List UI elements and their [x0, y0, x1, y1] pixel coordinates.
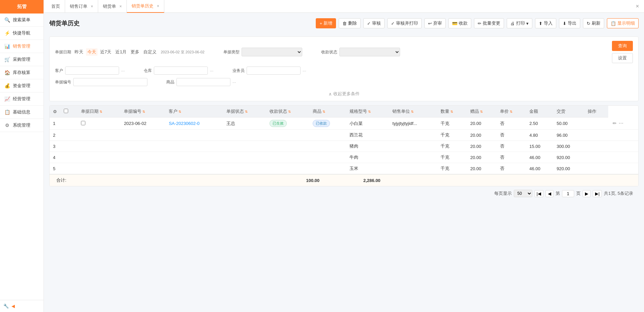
- sidebar-item-inventory[interactable]: 🏠 库存核算: [0, 66, 44, 79]
- payment-status-label: 收款状态: [321, 49, 337, 55]
- receive-button[interactable]: 💳 收款: [448, 18, 471, 28]
- filter-row-3: 单据编号 商品 ···: [55, 78, 633, 86]
- first-page-button[interactable]: |◀: [534, 190, 543, 197]
- col-sales-unit[interactable]: 销售单位 ⇅: [389, 106, 437, 118]
- export-button[interactable]: ⬇ 导出: [559, 18, 580, 28]
- col-checkbox[interactable]: [60, 106, 78, 118]
- per-page-select[interactable]: 50 20 100: [514, 190, 532, 197]
- sidebar-item-operations-mgmt[interactable]: 📈 经营管理: [0, 93, 44, 106]
- new-button[interactable]: + 新增: [316, 18, 336, 28]
- tab-home-label: 首页: [51, 3, 60, 9]
- shortcut-custom[interactable]: 自定义: [142, 48, 158, 56]
- col-unit-price[interactable]: 单价 ⇅: [497, 106, 526, 118]
- product-input[interactable]: [176, 78, 230, 86]
- print-button[interactable]: 🖨 打印 ▾: [507, 18, 532, 28]
- batch-change-button[interactable]: ✏ 批量变更: [474, 18, 504, 28]
- col-spec-type[interactable]: 规格型号 ⇅: [346, 106, 389, 118]
- last-page-button[interactable]: ▶|: [593, 190, 602, 197]
- product-picker-icon[interactable]: ···: [232, 80, 236, 85]
- cell-doc-no: [165, 163, 223, 174]
- payment-status-select[interactable]: [339, 48, 400, 56]
- doc-no-link[interactable]: SA-20230602-0: [169, 121, 199, 126]
- collapse-filter-button[interactable]: ∧ 收起更多条件: [55, 89, 633, 97]
- cell-doc-status: [266, 141, 309, 152]
- col-gift[interactable]: 赠品 ⇅: [467, 106, 497, 118]
- cell-checkbox[interactable]: [78, 163, 121, 174]
- shortcut-7days[interactable]: 近7天: [99, 48, 113, 56]
- shortcut-1month[interactable]: 近1月: [114, 48, 128, 56]
- cell-spec-type: [389, 163, 437, 174]
- cell-settings: [60, 118, 78, 130]
- tab-sales-delivery[interactable]: 销货单 ×: [98, 0, 127, 13]
- filter-settings-button[interactable]: 设置: [612, 53, 633, 63]
- cell-checkbox[interactable]: [78, 130, 121, 141]
- cell-actions: ✏⋯: [608, 118, 638, 130]
- next-page-button[interactable]: ▶: [583, 190, 591, 197]
- sidebar-item-system-mgmt[interactable]: ⚙ 系统管理: [0, 119, 44, 132]
- tab-sales-delivery-close[interactable]: ×: [119, 4, 122, 9]
- col-doc-no[interactable]: 单据编号 ⇅: [120, 106, 165, 118]
- audit-print-button[interactable]: ✓ 审核并打印: [387, 18, 422, 28]
- prev-page-button[interactable]: ◀: [545, 190, 554, 197]
- col-quantity[interactable]: 数量 ⇅: [437, 106, 467, 118]
- sidebar-item-finance-mgmt[interactable]: 💰 资金管理: [0, 79, 44, 93]
- show-detail-button[interactable]: 📋 显示明细: [607, 18, 639, 28]
- sidebar-item-label: 基础信息: [13, 109, 30, 115]
- tab-sales-history[interactable]: 销货单历史 ×: [127, 0, 164, 13]
- tab-sales-history-close[interactable]: ×: [157, 4, 159, 8]
- cell-checkbox[interactable]: [78, 152, 121, 163]
- cell-checkbox[interactable]: [78, 141, 121, 152]
- delete-button[interactable]: 🗑 删除: [339, 18, 361, 28]
- row-checkbox[interactable]: [81, 121, 85, 125]
- collapse-sidebar-icon[interactable]: ◀: [11, 304, 15, 309]
- inventory-icon: 🏠: [4, 70, 10, 76]
- cell-checkbox[interactable]: [78, 118, 121, 130]
- shortcut-more[interactable]: 更多: [129, 48, 141, 56]
- sidebar-item-quick-nav[interactable]: ⚡ 快捷导航: [0, 27, 44, 40]
- warehouse-picker-icon[interactable]: ···: [210, 68, 214, 73]
- doc-type-select[interactable]: [242, 48, 302, 56]
- salesperson-label: 业务员: [232, 68, 245, 74]
- warehouse-input[interactable]: [154, 67, 208, 75]
- doc-no-input[interactable]: [73, 78, 147, 86]
- salesperson-input[interactable]: [247, 67, 301, 75]
- filter-item-payment-status: 收款状态: [321, 48, 400, 56]
- col-customer[interactable]: 客户 ⇅: [165, 106, 223, 118]
- audit-button[interactable]: ✓ 审核: [363, 18, 385, 28]
- cell-settings: [60, 163, 78, 174]
- export-icon: ⬇: [563, 21, 566, 26]
- abandon-button[interactable]: ↩ 弃审: [424, 18, 446, 28]
- customer-picker-icon[interactable]: ···: [121, 68, 125, 73]
- user-settings-icon[interactable]: 🔧: [3, 304, 9, 309]
- tab-sales-order[interactable]: 销售订单 ×: [65, 0, 98, 13]
- shortcut-today[interactable]: 今天: [86, 48, 97, 56]
- col-doc-status[interactable]: 单据状态 ⇅: [223, 106, 266, 118]
- more-action-icon[interactable]: ⋯: [619, 121, 623, 126]
- sidebar-item-search-menu[interactable]: 🔍 搜索菜单: [0, 14, 44, 27]
- purchase-icon: 🛒: [4, 56, 10, 62]
- customer-input[interactable]: [65, 67, 119, 75]
- refresh-button[interactable]: ↻ 刷新: [583, 18, 604, 28]
- edit-action-icon[interactable]: ✏: [613, 121, 617, 126]
- query-button[interactable]: 查询: [612, 41, 633, 51]
- sidebar-item-purchase-mgmt[interactable]: 🛒 采购管理: [0, 53, 44, 66]
- audit-print-icon: ✓: [391, 21, 395, 26]
- shortcut-yesterday[interactable]: 昨天: [73, 48, 85, 56]
- tab-home[interactable]: 首页: [47, 0, 65, 13]
- close-all-tabs-button[interactable]: ✕: [634, 3, 641, 9]
- table-row: 4 牛肉 千克 20.00 否 46.00 920.00: [50, 152, 638, 163]
- col-date[interactable]: 单据日期 ⇅: [78, 106, 121, 118]
- page-number-input[interactable]: [562, 190, 574, 197]
- tab-sales-order-close[interactable]: ×: [91, 4, 93, 9]
- total-label: 合计:: [53, 177, 114, 183]
- col-product[interactable]: 商品 ⇅: [309, 106, 346, 118]
- table-row: 1 2023-06-02 SA-20230602-0 王总 已生效 已收款 小白…: [50, 118, 638, 130]
- sidebar-item-basic-info[interactable]: 📋 基础信息: [0, 106, 44, 119]
- cell-row-num: 5: [50, 163, 60, 174]
- sidebar-item-sales-mgmt[interactable]: 📊 销售管理: [0, 40, 44, 53]
- col-settings[interactable]: ⚙: [50, 106, 60, 118]
- select-all-checkbox[interactable]: [64, 109, 68, 113]
- import-button[interactable]: ⬆ 导入: [535, 18, 556, 28]
- salesperson-picker-icon[interactable]: ···: [303, 68, 306, 73]
- col-payment-status[interactable]: 收款状态 ⇅: [266, 106, 309, 118]
